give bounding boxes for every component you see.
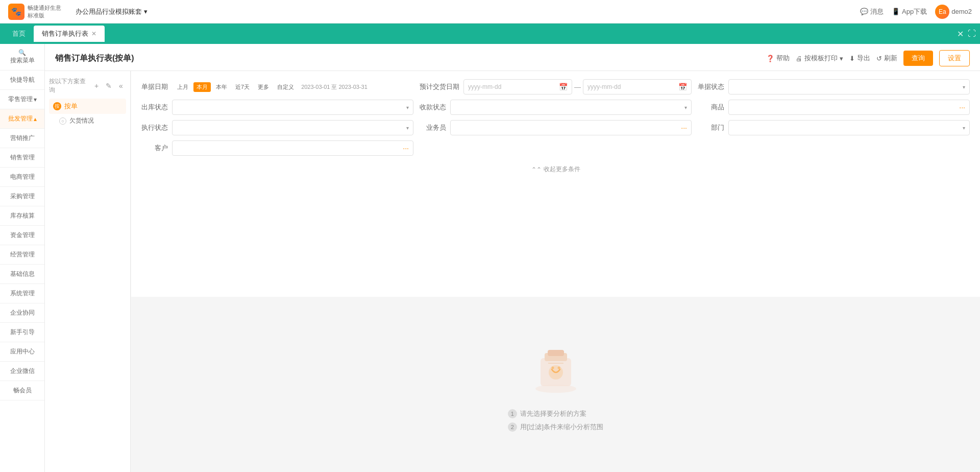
sidebar-item-wholesale[interactable]: 批发管理 ▴	[0, 109, 44, 129]
sub-item-欠货情况[interactable]: ○ 欠货情况	[49, 114, 126, 128]
export-btn[interactable]: ⬇ 导出	[849, 54, 870, 63]
sidebar-item-marketing[interactable]: 营销推广	[0, 129, 44, 148]
right-main: 单据日期 上月 本月 本年 近7天 更多 自定义 20	[131, 71, 980, 472]
salesperson-dots-icon: ···	[681, 124, 687, 132]
export-icon: ⬇	[849, 55, 855, 62]
order-status-select[interactable]: ▾	[728, 79, 970, 95]
chevron-down-icon: ▾	[144, 8, 148, 15]
sidebar-item-apps[interactable]: 应用中心	[0, 342, 44, 362]
chevron-down-icon: ▾	[34, 96, 37, 103]
enterprise-label: 企业协同	[10, 309, 35, 316]
close-tab-icon[interactable]: ✕	[91, 30, 96, 37]
sidebar-item-newbie[interactable]: 新手引导	[0, 323, 44, 342]
content-split: 按以下方案查询 + ✎ « 按	[45, 71, 980, 472]
exec-status-select[interactable]: ▾	[172, 120, 413, 135]
message-label: 消息	[870, 7, 884, 16]
refresh-icon: ↺	[876, 55, 882, 62]
prev-month-btn[interactable]: 上月	[174, 82, 191, 92]
export-label: 导出	[857, 54, 870, 63]
query-btn[interactable]: 查询	[903, 51, 933, 66]
chevron-down-icon: ▾	[963, 125, 965, 131]
collapse-more-btn[interactable]: ⌃⌃ 收起更多条件	[141, 161, 970, 178]
app-download-btn[interactable]: 📱 App下载	[892, 7, 927, 16]
user-name: demo2	[951, 8, 972, 15]
goods-cell: 商品 ···	[698, 100, 970, 115]
cur-month-btn[interactable]: 本月	[193, 82, 211, 92]
add-icon: +	[94, 82, 99, 90]
department-select[interactable]: ▾	[728, 120, 970, 135]
collapse-panel-btn[interactable]: «	[116, 81, 126, 91]
sidebar-item-wechat[interactable]: 企业微信	[0, 362, 44, 381]
order-status-cell: 单据状态 ▾	[698, 79, 970, 95]
sidebar: 🔍 搜索菜单 快捷导航 零售管理 ▾ 批发管理 ▴ 营销推广 销售管理 电商管理…	[0, 44, 45, 472]
sidebar-item-system[interactable]: 系统管理	[0, 284, 44, 303]
ship-status-cell: 出库状态 ▾	[141, 100, 413, 115]
close-window-icon[interactable]: ✕	[957, 29, 964, 39]
system-selector[interactable]: 办公用品行业模拟账套 ▾	[76, 7, 148, 16]
sidebar-item-enterprise[interactable]: 企业协同	[0, 303, 44, 323]
sidebar-item-inventory[interactable]: 库存核算	[0, 206, 44, 226]
members-label: 畅会员	[13, 387, 32, 394]
plan-item-按单[interactable]: 按 按单	[49, 99, 126, 114]
customer-input[interactable]: ···	[172, 140, 413, 156]
edit-plan-btn[interactable]: ✎	[104, 81, 114, 91]
help-btn[interactable]: ❓ 帮助	[766, 54, 790, 63]
custom-btn[interactable]: 自定义	[274, 82, 297, 92]
goods-input[interactable]: ···	[728, 100, 970, 115]
chevron-down-icon: ▾	[840, 55, 843, 62]
salesperson-input[interactable]: ···	[450, 120, 692, 135]
expected-date-label: 预计交货日期	[420, 82, 459, 91]
user-profile[interactable]: Ea demo2	[935, 5, 972, 19]
expected-date-end[interactable]: yyyy-mm-dd 📅	[583, 79, 692, 95]
exec-status-cell: 执行状态 ▾	[141, 120, 413, 135]
filter-row-3: 执行状态 ▾ 业务员 ···	[141, 120, 970, 135]
header-right: 💬 消息 📱 App下载 Ea demo2	[860, 5, 972, 19]
page-header: 销售订单执行表(按单) ❓ 帮助 🖨 按模板打印 ▾ ⬇ 导出 ↺ 刷新	[45, 44, 980, 71]
sidebar-quicknav[interactable]: 快捷导航	[0, 70, 44, 90]
customer-dots-icon: ···	[403, 144, 409, 152]
message-btn[interactable]: 💬 消息	[860, 7, 884, 16]
sidebar-search[interactable]: 🔍 搜索菜单	[0, 44, 44, 70]
sidebar-item-sales[interactable]: 销售管理	[0, 148, 44, 168]
sidebar-item-ecommerce[interactable]: 电商管理	[0, 168, 44, 187]
wechat-label: 企业微信	[10, 367, 35, 374]
plan-label: 按单	[64, 102, 78, 111]
chevron-up-icon: ▴	[34, 115, 37, 123]
search-label: 搜索菜单	[2, 56, 42, 65]
empty-state: 1 请先选择要分析的方案 2 用[过滤]条件来缩小分析范围	[131, 297, 980, 472]
tab-home[interactable]: 首页	[4, 26, 34, 42]
chevron-down-icon: ▾	[406, 105, 409, 110]
print-btn[interactable]: 🖨 按模板打印 ▾	[796, 54, 843, 63]
sidebar-item-members[interactable]: 畅会员	[0, 381, 44, 400]
svg-point-6	[557, 367, 560, 369]
help-icon: ❓	[766, 55, 774, 62]
cur-year-btn[interactable]: 本年	[213, 82, 230, 92]
sidebar-item-retail[interactable]: 零售管理 ▾	[0, 90, 44, 109]
date-shortcuts: 上月 本月 本年 近7天 更多 自定义	[174, 82, 297, 92]
salesperson-cell: 业务员 ···	[420, 120, 692, 135]
more-btn[interactable]: 更多	[255, 82, 272, 92]
customer-label: 客户	[141, 144, 168, 153]
inventory-label: 库存核算	[10, 212, 35, 219]
sidebar-item-finance[interactable]: 资金管理	[0, 226, 44, 245]
tab-bar-right: ✕ ⛶	[957, 29, 976, 39]
expected-date-start[interactable]: yyyy-mm-dd 📅	[463, 79, 572, 95]
hint-1: 1 请先选择要分析的方案	[508, 409, 603, 418]
week-btn[interactable]: 近7天	[232, 82, 253, 92]
ship-status-select[interactable]: ▾	[172, 100, 413, 115]
expected-date-range: yyyy-mm-dd 📅 — yyyy-mm-dd 📅	[463, 79, 692, 95]
tab-sales-order-exec[interactable]: 销售订单执行表 ✕	[34, 26, 105, 42]
ecommerce-label: 电商管理	[10, 173, 35, 180]
hint-num-2: 2	[508, 422, 517, 432]
logo-line1: 畅捷通好生意	[28, 4, 61, 11]
add-plan-btn[interactable]: +	[91, 81, 102, 91]
refresh-btn[interactable]: ↺ 刷新	[876, 54, 897, 63]
maximize-icon[interactable]: ⛶	[968, 29, 976, 38]
goods-dots-icon: ···	[959, 103, 965, 111]
settings-btn[interactable]: 设置	[939, 50, 970, 66]
sidebar-item-purchase[interactable]: 采购管理	[0, 187, 44, 206]
print-icon: 🖨	[796, 55, 802, 62]
sidebar-item-basic[interactable]: 基础信息	[0, 265, 44, 284]
sidebar-item-operation[interactable]: 经营管理	[0, 245, 44, 265]
receipt-status-select[interactable]: ▾	[450, 100, 692, 115]
